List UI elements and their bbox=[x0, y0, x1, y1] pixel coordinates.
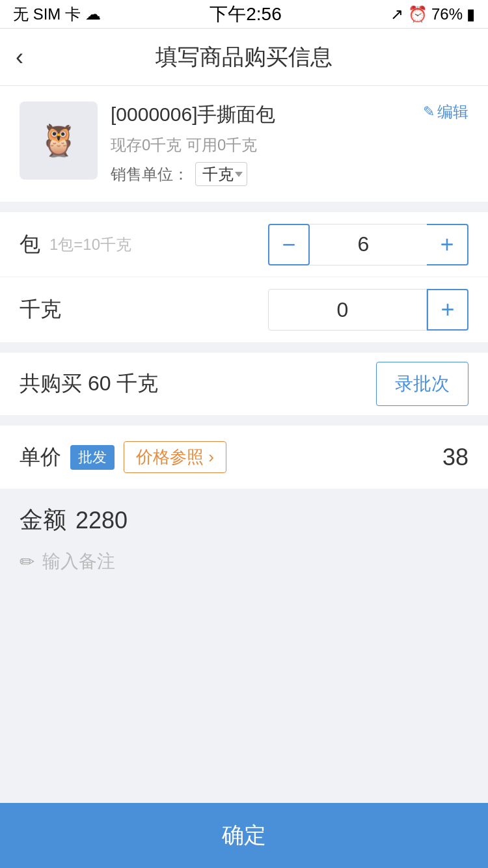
amount-row: 金额 2280 bbox=[20, 504, 468, 536]
product-name: [0000006]手撕面包 bbox=[111, 102, 423, 128]
bao-minus-button[interactable]: − bbox=[268, 224, 310, 265]
kg-label: 千克 bbox=[20, 295, 61, 324]
status-bar: 无 SIM 卡 ☁ 下午2:56 ↗ ⏰ 76% ▮ bbox=[0, 0, 488, 29]
product-image: 🦉 bbox=[20, 102, 98, 180]
status-right: ↗ ⏰ 76% ▮ bbox=[390, 5, 475, 23]
price-section: 单价 批发 价格参照 › 38 bbox=[0, 426, 488, 489]
price-ref-button[interactable]: 价格参照 › bbox=[124, 441, 226, 473]
unit-label: 销售单位： bbox=[111, 164, 189, 185]
remark-icon: ✏ bbox=[20, 551, 34, 573]
content-area: 🦉 [0000006]手撕面包 ✎ 编辑 现存0千克 可用0千克 销售单位： 千… bbox=[0, 86, 488, 782]
price-value: 38 bbox=[442, 444, 468, 471]
amount-label: 金额 bbox=[20, 504, 66, 536]
confirm-button[interactable]: 确定 bbox=[222, 821, 266, 850]
status-time: 下午2:56 bbox=[210, 2, 282, 27]
spacer bbox=[0, 587, 488, 782]
product-info: [0000006]手撕面包 ✎ 编辑 现存0千克 可用0千克 销售单位： 千克 … bbox=[111, 102, 468, 186]
kg-row: 千克 + bbox=[0, 277, 488, 342]
amount-section: 金额 2280 ✏ 输入备注 bbox=[0, 489, 488, 587]
remark-row[interactable]: ✏ 输入备注 bbox=[20, 549, 468, 574]
remark-placeholder: 输入备注 bbox=[42, 549, 115, 574]
battery-level: 76% bbox=[431, 5, 463, 23]
bao-hint: 1包=10千克 bbox=[49, 234, 268, 255]
sim-status: 无 SIM 卡 ☁ bbox=[13, 4, 101, 25]
kg-plus-button[interactable]: + bbox=[427, 289, 468, 331]
summary-section: 共购买 60 千克 录批次 bbox=[0, 353, 488, 415]
product-card: 🦉 [0000006]手撕面包 ✎ 编辑 现存0千克 可用0千克 销售单位： 千… bbox=[0, 86, 488, 202]
nav-bar: ‹ 填写商品购买信息 bbox=[0, 29, 488, 86]
product-header: [0000006]手撕面包 ✎ 编辑 bbox=[111, 102, 468, 128]
confirm-bar[interactable]: 确定 bbox=[0, 803, 488, 868]
bao-plus-button[interactable]: + bbox=[427, 224, 468, 265]
price-label: 单价 bbox=[20, 443, 61, 472]
edit-icon: ✎ bbox=[423, 103, 435, 120]
product-stock: 现存0千克 可用0千克 bbox=[111, 135, 468, 156]
batch-tag: 批发 bbox=[70, 445, 115, 470]
bao-quantity-control: − + bbox=[268, 224, 468, 265]
kg-quantity-input[interactable] bbox=[268, 289, 427, 331]
product-unit-row: 销售单位： 千克 包 bbox=[111, 162, 468, 186]
batch-button[interactable]: 录批次 bbox=[376, 362, 468, 406]
amount-value: 2280 bbox=[75, 507, 128, 534]
kg-quantity-control: + bbox=[268, 289, 468, 331]
product-logo-icon: 🦉 bbox=[39, 122, 78, 159]
summary-text: 共购买 60 千克 bbox=[20, 370, 158, 398]
quantity-section: 包 1包=10千克 − + 千克 + bbox=[0, 212, 488, 342]
edit-label: 编辑 bbox=[437, 102, 468, 122]
price-row: 单价 批发 价格参照 › 38 bbox=[20, 441, 468, 473]
battery-icon: ▮ bbox=[467, 5, 475, 23]
edit-button[interactable]: ✎ 编辑 bbox=[423, 102, 468, 122]
back-button[interactable]: ‹ bbox=[16, 44, 23, 71]
bao-label: 包 bbox=[20, 230, 40, 259]
unit-select[interactable]: 千克 包 bbox=[195, 162, 247, 186]
status-icons: ↗ ⏰ bbox=[390, 5, 427, 23]
status-left: 无 SIM 卡 ☁ bbox=[13, 4, 101, 25]
bao-row: 包 1包=10千克 − + bbox=[0, 212, 488, 277]
bao-quantity-input[interactable] bbox=[310, 224, 427, 265]
page-title: 填写商品购买信息 bbox=[156, 42, 332, 72]
